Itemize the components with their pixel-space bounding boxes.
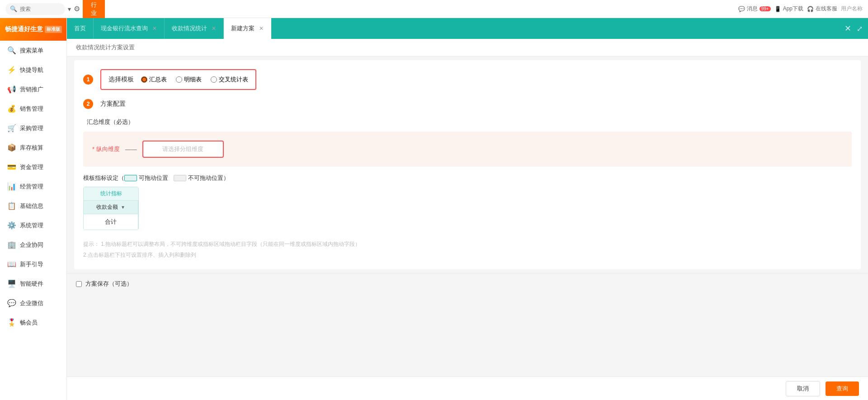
- sidebar-item-label: 快捷导航: [20, 66, 43, 74]
- nodrag-legend-box: [174, 175, 186, 181]
- sidebar-item-quicknav[interactable]: ⚡ 快捷导航: [0, 60, 66, 80]
- metrics-columns: 收款金额 ▼ 合计: [84, 201, 138, 230]
- download-btn[interactable]: 📱 App下载: [774, 5, 803, 13]
- wechat-icon: 💬: [7, 299, 16, 307]
- tab-cashflow[interactable]: 现金银行流水查询 ✕: [94, 18, 165, 39]
- dropdown-icon[interactable]: ▾: [68, 5, 71, 13]
- sidebar-item-finance[interactable]: 💳 资金管理: [0, 157, 66, 177]
- message-label: 消息: [747, 5, 758, 13]
- save-row: 方案保存（可选）: [67, 273, 868, 294]
- marketing-icon: 📢: [7, 85, 16, 94]
- step2-section: 2 方案配置 汇总维度（必选） * 纵向维度 —— 请选择分组维度: [83, 99, 852, 260]
- quicknav-icon: ⚡: [7, 66, 16, 74]
- summary-dimension-label: 汇总维度（必选）: [87, 118, 852, 126]
- step1-label: 选择模板: [108, 75, 134, 84]
- sidebar-item-wechat[interactable]: 💬 企业微信: [0, 293, 66, 313]
- user-label: 用户名称: [841, 5, 863, 13]
- drag-legend-label: 可拖动位置: [139, 174, 168, 182]
- sidebar-item-inventory[interactable]: 📦 库存核算: [0, 138, 66, 157]
- radio-summary-label: 汇总表: [149, 75, 167, 84]
- search-icon: 🔍: [10, 5, 17, 12]
- save-label: 方案保存（可选）: [85, 280, 132, 288]
- dimension-select-placeholder: 请选择分组维度: [162, 146, 203, 152]
- sidebar-item-purchase[interactable]: 🛒 采购管理: [0, 118, 66, 138]
- content-area: 收款情况统计方案设置 1 选择模板 汇总表: [67, 39, 868, 376]
- service-btn[interactable]: 🎧 在线客服: [807, 5, 837, 13]
- template-radio-group: 汇总表 明细表 交叉统计表: [141, 75, 248, 84]
- sidebar-item-system[interactable]: ⚙️ 系统管理: [0, 216, 66, 235]
- tab-newplan-label: 新建方案: [231, 24, 255, 33]
- user-info[interactable]: 用户名称: [841, 5, 863, 13]
- system-icon: ⚙️: [7, 221, 16, 230]
- radio-cross-input[interactable]: [211, 76, 217, 83]
- metrics-close: ）: [223, 174, 229, 182]
- tab-cashflow-close[interactable]: ✕: [152, 25, 157, 32]
- page-header-text: 收款情况统计方案设置: [76, 44, 135, 51]
- metrics-label: 模板指标设定（: [83, 174, 124, 182]
- sidebar-item-label: 智能硬件: [20, 280, 43, 288]
- radio-cross[interactable]: 交叉统计表: [211, 75, 248, 84]
- sidebar-item-management[interactable]: 📊 经营管理: [0, 177, 66, 196]
- sidebar-item-search[interactable]: 🔍 搜索菜单: [0, 41, 66, 60]
- sidebar-item-sales[interactable]: 💰 销售管理: [0, 99, 66, 118]
- radio-summary[interactable]: 汇总表: [141, 75, 167, 84]
- tab-home[interactable]: 首页: [67, 18, 94, 39]
- step2-row: 2 方案配置: [83, 99, 852, 109]
- tips-section: 提示： 1.拖动标题栏可以调整布局，不可跨维度或指标区域拖动栏目字段（只能在同一…: [83, 239, 852, 260]
- gear-icon[interactable]: ⚙: [74, 5, 80, 13]
- metrics-label-row: 模板指标设定（ 可拖动位置 不可拖动位置 ）: [83, 174, 852, 182]
- tab-newplan[interactable]: 新建方案 ✕: [224, 18, 271, 39]
- sidebar-item-enterprise[interactable]: 🏢 企业协同: [0, 235, 66, 254]
- metrics-legend-nodrag: 不可拖动位置: [174, 174, 223, 182]
- sidebar-item-label: 采购管理: [20, 124, 43, 132]
- tab-newplan-close[interactable]: ✕: [259, 25, 264, 32]
- app-logo: 畅捷通好生意 标准版: [0, 18, 66, 41]
- tab-receipts[interactable]: 收款情况统计 ✕: [165, 18, 224, 39]
- management-icon: 📊: [7, 182, 16, 191]
- sidebar-item-guide[interactable]: 📖 新手引导: [0, 254, 66, 274]
- sidebar-item-label: 资金管理: [20, 163, 43, 171]
- hardware-icon: 🖥️: [7, 279, 16, 288]
- col1-dropdown-icon[interactable]: ▼: [121, 205, 125, 210]
- maximize-icon[interactable]: ⤢: [857, 24, 863, 33]
- radio-cross-label: 交叉统计表: [219, 75, 248, 84]
- app-name: 畅捷通好生意: [5, 25, 43, 33]
- metrics-col1: 收款金额 ▼ 合计: [84, 201, 138, 230]
- purchase-icon: 🛒: [7, 124, 16, 132]
- service-icon: 🎧: [807, 6, 814, 12]
- radio-detail-input[interactable]: [176, 76, 182, 83]
- guide-icon: 📖: [7, 260, 16, 268]
- sidebar-item-marketing[interactable]: 📢 营销推广: [0, 80, 66, 99]
- nodrag-legend-label: 不可拖动位置: [188, 174, 223, 182]
- radio-detail[interactable]: 明细表: [176, 75, 202, 84]
- sidebar-item-basic[interactable]: 📋 基础信息: [0, 196, 66, 216]
- cancel-button[interactable]: 取消: [786, 381, 820, 396]
- col1-header[interactable]: 收款金额 ▼: [84, 201, 138, 214]
- vertical-label: * 纵向维度: [92, 145, 120, 153]
- sidebar-item-label: 新手引导: [20, 260, 43, 268]
- tip-line1: 提示： 1.拖动标题栏可以调整布局，不可跨维度或指标区域拖动栏目字段（只能在同一…: [83, 239, 852, 249]
- download-icon: 📱: [774, 6, 781, 12]
- sidebar-item-member[interactable]: 🎖️ 畅会员: [0, 313, 66, 332]
- query-button[interactable]: 查询: [826, 381, 859, 396]
- message-btn[interactable]: 💬 消息 99+: [738, 5, 771, 13]
- tab-receipts-close[interactable]: ✕: [212, 25, 216, 32]
- bottom-bar: 取消 查询: [67, 376, 868, 400]
- step2-num: 2: [83, 99, 93, 109]
- top-bar: 🔍 ▾ ⚙ 体验行业方案 💬 消息 99+ 📱 App下载 🎧 在线客服 用户名…: [0, 0, 868, 18]
- close-window-icon[interactable]: ✕: [844, 24, 851, 33]
- step2-label: 方案配置: [100, 100, 126, 108]
- top-search-input[interactable]: [20, 6, 61, 12]
- save-checkbox[interactable]: [76, 281, 82, 287]
- topbar-icons: 💬 消息 99+ 📱 App下载 🎧 在线客服 用户名称: [738, 5, 863, 13]
- sidebar-item-label: 畅会员: [20, 319, 38, 327]
- main-area: 首页 现金银行流水查询 ✕ 收款情况统计 ✕ 新建方案 ✕ ✕ ⤢ 收: [67, 18, 868, 400]
- finance-icon: 💳: [7, 163, 16, 171]
- radio-summary-input[interactable]: [141, 76, 147, 83]
- dimension-select[interactable]: 请选择分组维度: [142, 141, 224, 158]
- sidebar-item-hardware[interactable]: 🖥️ 智能硬件: [0, 274, 66, 293]
- drag-legend-box: [124, 175, 137, 181]
- dimension-row: * 纵向维度 —— 请选择分组维度: [92, 141, 843, 158]
- inventory-icon: 📦: [7, 143, 16, 152]
- radio-detail-label: 明细表: [184, 75, 202, 84]
